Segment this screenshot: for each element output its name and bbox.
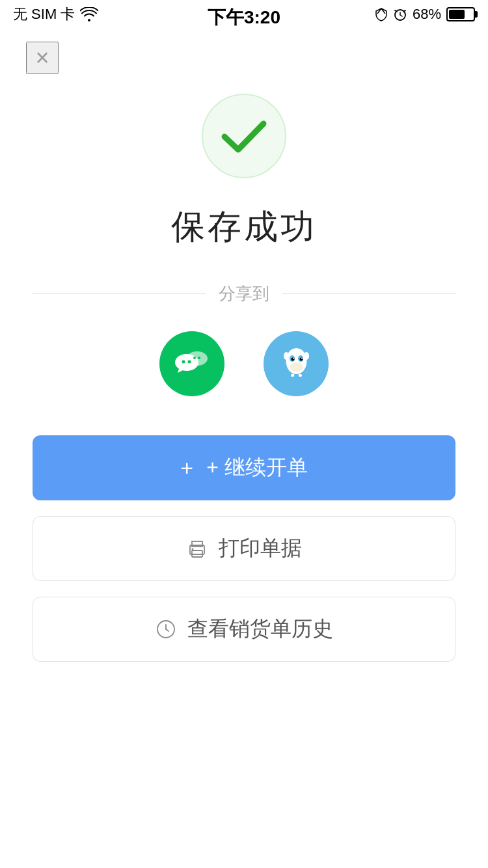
share-label: 分享到 <box>219 282 269 305</box>
wechat-share-button[interactable] <box>159 331 224 396</box>
svg-point-14 <box>290 362 303 372</box>
svg-point-2 <box>187 351 208 366</box>
svg-point-15 <box>284 352 289 360</box>
actions-section: + + 继续开单 打印单据 查看销货单历史 <box>33 435 455 662</box>
continue-label: + 继续开单 <box>206 454 308 482</box>
svg-point-4 <box>188 360 191 364</box>
wechat-icon <box>172 344 211 383</box>
svg-point-11 <box>299 358 303 361</box>
success-icon-circle <box>202 94 286 178</box>
success-title: 保存成功 <box>171 204 317 250</box>
svg-point-5 <box>193 357 196 359</box>
history-label: 查看销货单历史 <box>187 615 333 644</box>
status-right: 68% <box>375 6 475 23</box>
status-time: 下午3:20 <box>208 5 280 30</box>
svg-point-13 <box>301 358 303 359</box>
share-section: 分享到 <box>33 282 455 396</box>
checkmark-icon <box>221 118 267 154</box>
close-button[interactable]: × <box>26 42 59 74</box>
print-button[interactable]: 打印单据 <box>33 516 455 581</box>
svg-point-10 <box>291 358 294 361</box>
status-bar: 无 SIM 卡 下午3:20 68% <box>0 0 488 29</box>
share-divider-row: 分享到 <box>33 282 455 305</box>
location-icon <box>375 7 388 21</box>
qq-icon <box>278 344 314 383</box>
svg-rect-19 <box>192 550 202 557</box>
svg-point-3 <box>182 360 185 364</box>
battery-icon <box>446 7 475 21</box>
divider-right <box>282 293 455 294</box>
wifi-icon <box>80 7 98 21</box>
svg-point-12 <box>293 358 294 359</box>
printer-icon <box>186 537 208 560</box>
share-icons-row <box>159 331 329 396</box>
close-icon: × <box>35 46 49 70</box>
history-icon <box>155 618 177 640</box>
svg-point-20 <box>192 549 194 550</box>
divider-left <box>33 293 206 294</box>
continue-button[interactable]: + + 继续开单 <box>33 435 455 500</box>
status-left: 无 SIM 卡 <box>13 5 98 24</box>
page-content: × 保存成功 分享到 <box>0 29 488 868</box>
history-button[interactable]: 查看销货单历史 <box>33 597 455 662</box>
svg-point-6 <box>198 357 200 359</box>
battery-percent: 68% <box>413 6 441 23</box>
alarm-icon <box>393 7 407 21</box>
svg-point-16 <box>304 352 309 360</box>
continue-plus-icon: + <box>180 455 193 481</box>
sim-text: 无 SIM 卡 <box>13 5 75 24</box>
print-label: 打印单据 <box>219 534 302 563</box>
qq-share-button[interactable] <box>264 331 329 396</box>
